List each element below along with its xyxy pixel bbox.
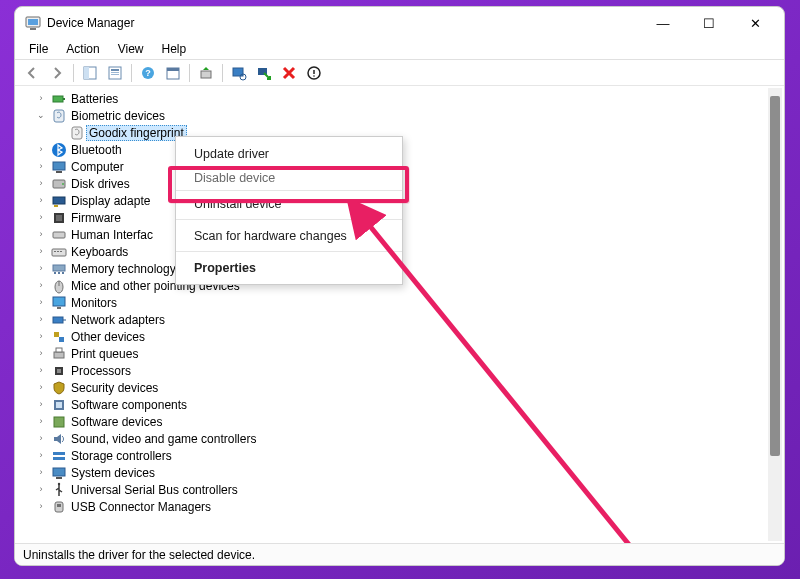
help-toolbar-button[interactable]: ? [137, 62, 159, 84]
device-manager-window: Device Manager — ☐ ✕ File Action View He… [14, 6, 785, 566]
tree-item-memory-tech[interactable]: › Memory technology devices [35, 260, 782, 277]
scan-hardware-toolbar-button[interactable] [228, 62, 250, 84]
expand-icon[interactable]: › [35, 449, 47, 461]
svg-rect-1 [28, 19, 38, 25]
expand-icon[interactable]: › [35, 92, 47, 104]
calendar-toolbar-button[interactable] [162, 62, 184, 84]
svg-rect-46 [54, 332, 59, 337]
expand-icon[interactable]: › [35, 313, 47, 325]
menu-view[interactable]: View [110, 41, 152, 57]
svg-rect-28 [53, 197, 65, 204]
tree-item-monitors[interactable]: › Monitors [35, 294, 782, 311]
expand-icon[interactable]: › [35, 398, 47, 410]
expand-icon[interactable]: › [35, 296, 47, 308]
expand-icon[interactable]: › [35, 228, 47, 240]
tree-item-storage-controllers[interactable]: › Storage controllers [35, 447, 782, 464]
network-icon [51, 312, 67, 328]
enable-device-toolbar-button[interactable] [253, 62, 275, 84]
minimize-button[interactable]: — [640, 8, 686, 38]
tree-item-batteries[interactable]: › Batteries [35, 90, 782, 107]
expand-icon[interactable]: › [35, 143, 47, 155]
svg-point-59 [58, 482, 60, 484]
disable-device-toolbar-button[interactable] [303, 62, 325, 84]
tree-item-usb-connector-managers[interactable]: › USB Connector Managers [35, 498, 782, 515]
show-hide-console-button[interactable] [79, 62, 101, 84]
expand-icon[interactable]: › [35, 177, 47, 189]
back-button[interactable] [21, 62, 43, 84]
tree-item-bluetooth[interactable]: › Bluetooth [35, 141, 782, 158]
tree-item-keyboards[interactable]: › Keyboards [35, 243, 782, 260]
tree-item-other-devices[interactable]: › Other devices [35, 328, 782, 345]
processor-icon [51, 363, 67, 379]
expand-icon[interactable]: › [35, 483, 47, 495]
ctx-update-driver[interactable]: Update driver [176, 141, 402, 166]
svg-rect-2 [30, 28, 36, 30]
svg-rect-53 [56, 402, 62, 408]
expand-icon[interactable]: › [35, 432, 47, 444]
toolbar: ? [15, 60, 784, 86]
status-bar: Uninstalls the driver for the selected d… [15, 543, 784, 565]
tree-item-computer[interactable]: › Computer [35, 158, 782, 175]
tree-item-display-adapters[interactable]: › Display adapte [35, 192, 782, 209]
usb-icon [51, 482, 67, 498]
expand-icon[interactable]: › [35, 279, 47, 291]
collapse-icon[interactable]: ⌄ [35, 109, 47, 121]
menu-action[interactable]: Action [58, 41, 107, 57]
sw-component-icon [51, 397, 67, 413]
tree-item-usb-controllers[interactable]: › Universal Serial Bus controllers [35, 481, 782, 498]
menu-help[interactable]: Help [154, 41, 195, 57]
expand-icon[interactable]: › [35, 160, 47, 172]
expand-icon[interactable]: › [35, 466, 47, 478]
svg-rect-40 [62, 272, 64, 274]
tree-item-system-devices[interactable]: › System devices [35, 464, 782, 481]
expand-icon[interactable]: › [35, 381, 47, 393]
app-icon [25, 15, 41, 31]
expand-icon[interactable]: › [35, 364, 47, 376]
tree-item-hid[interactable]: › Human Interfac [35, 226, 782, 243]
uninstall-device-toolbar-button[interactable] [278, 62, 300, 84]
device-tree[interactable]: › Batteries ⌄ Biometric devices Goodix f… [15, 86, 784, 543]
svg-point-27 [62, 183, 64, 185]
tree-item-firmware[interactable]: › Firmware [35, 209, 782, 226]
ctx-disable-device[interactable]: Disable device [176, 166, 402, 191]
ctx-properties[interactable]: Properties [176, 255, 402, 280]
forward-button[interactable] [46, 62, 68, 84]
vertical-scrollbar[interactable] [768, 88, 782, 541]
expand-icon[interactable]: › [35, 347, 47, 359]
svg-rect-44 [57, 307, 61, 309]
tree-item-software-components[interactable]: › Software components [35, 396, 782, 413]
svg-rect-37 [53, 265, 65, 271]
ctx-uninstall-device[interactable]: Uninstall device [176, 191, 402, 216]
tree-item-security-devices[interactable]: › Security devices [35, 379, 782, 396]
svg-rect-19 [53, 96, 63, 102]
tree-item-sound[interactable]: › Sound, video and game controllers [35, 430, 782, 447]
expand-icon[interactable]: › [35, 211, 47, 223]
expand-icon[interactable]: › [35, 415, 47, 427]
tree-item-software-devices[interactable]: › Software devices [35, 413, 782, 430]
usb-connector-icon [51, 499, 67, 515]
svg-rect-43 [53, 297, 65, 306]
tree-item-print-queues[interactable]: › Print queues [35, 345, 782, 362]
window-title: Device Manager [47, 16, 134, 30]
update-driver-toolbar-button[interactable] [195, 62, 217, 84]
scrollbar-thumb[interactable] [770, 96, 780, 456]
expand-icon[interactable]: › [35, 194, 47, 206]
expand-icon[interactable]: › [35, 245, 47, 257]
svg-rect-20 [63, 98, 65, 100]
expand-icon[interactable]: › [35, 500, 47, 512]
tree-item-mice[interactable]: › Mice and other pointing devices [35, 277, 782, 294]
tree-item-processors[interactable]: › Processors [35, 362, 782, 379]
bluetooth-icon [51, 142, 67, 158]
menu-file[interactable]: File [21, 41, 56, 57]
expand-icon[interactable]: › [35, 262, 47, 274]
expand-icon[interactable]: › [35, 330, 47, 342]
tree-item-goodix-fingerprint[interactable]: Goodix fingerprint [35, 124, 782, 141]
properties-toolbar-button[interactable] [104, 62, 126, 84]
tree-item-biometric[interactable]: ⌄ Biometric devices [35, 107, 782, 124]
ctx-scan-hardware[interactable]: Scan for hardware changes [176, 223, 402, 248]
tree-item-network-adapters[interactable]: › Network adapters [35, 311, 782, 328]
tree-item-disk-drives[interactable]: › Disk drives [35, 175, 782, 192]
close-button[interactable]: ✕ [732, 8, 778, 38]
titlebar[interactable]: Device Manager — ☐ ✕ [15, 7, 784, 39]
maximize-button[interactable]: ☐ [686, 8, 732, 38]
